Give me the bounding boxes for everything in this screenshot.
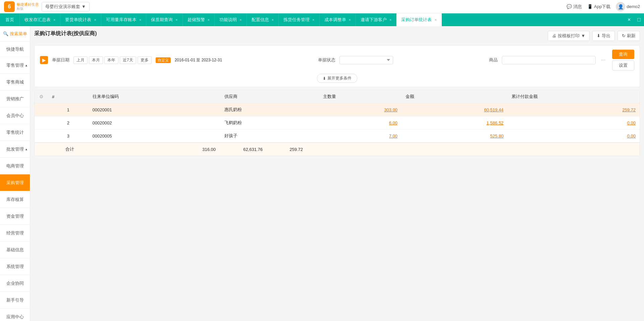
sidebar-item-zijinguanli[interactable]: 资金管理 — [0, 208, 30, 225]
message-icon: 💬 — [567, 4, 572, 9]
tab-close-keyongliang[interactable]: × — [139, 18, 141, 22]
sidebar-item-lingshouguan[interactable]: 零售管理 — [0, 57, 30, 74]
tab-home[interactable]: 首页 — [0, 13, 20, 26]
workspace-selector[interactable]: 母婴行业演示账套 ▼ — [42, 2, 90, 11]
row-amount[interactable]: 525.80 — [401, 129, 507, 143]
quick-nav-button[interactable]: 快捷导航 — [0, 42, 30, 57]
row-amount[interactable]: 60,519.44 — [401, 103, 507, 116]
date-shortcut-7days[interactable]: 近7天 — [120, 56, 136, 64]
row-seq: 3 — [48, 129, 89, 143]
date-shortcut-this-month[interactable]: 本月 — [89, 56, 103, 64]
main-content: 采购订单统计表(按供应商) 🖨 按模板打印 ▼ ⬇ 导出 ↻ 刷新 — [30, 26, 644, 321]
tab-close-baozhi[interactable]: × — [175, 18, 177, 22]
tab-baozhi[interactable]: 保质期查询 × — [146, 13, 182, 26]
sidebar-item-yingxiaotuiguang[interactable]: 营销推广 — [0, 91, 30, 107]
row-paid[interactable]: 0.00 — [507, 129, 640, 143]
refresh-button[interactable]: ↻ 刷新 — [618, 31, 640, 41]
header-actions: 🖨 按模板打印 ▼ ⬇ 导出 ↻ 刷新 — [548, 31, 640, 41]
tab-chengbentiaozhen[interactable]: 成本调整单 × — [320, 13, 356, 26]
gear-icon[interactable]: ⚙ — [39, 94, 44, 99]
row-paid[interactable]: 259.72 — [507, 103, 640, 116]
expand-row: ⬇ 展开更多条件 — [40, 74, 634, 83]
row-qty[interactable]: 7.00 — [319, 129, 401, 143]
tab-yaoqingxiayou[interactable]: 邀请下游客户 × — [356, 13, 396, 26]
tab-close-gongneng[interactable]: × — [239, 18, 241, 22]
row-amount[interactable]: 1,586.52 — [401, 116, 507, 129]
sidebar-item-qiyexietong[interactable]: 企业协同 — [0, 275, 30, 292]
tab-close-caigoutongji[interactable]: × — [434, 18, 436, 22]
chevron-down-icon: ▼ — [82, 4, 86, 9]
sidebar-item-kucunhesuan[interactable]: 库存核算 — [0, 191, 30, 208]
date-shortcuts: 上月 本月 本年 近7天 更多 — [73, 56, 152, 64]
sidebar-item-jingyingguanli[interactable]: 经营管理 — [0, 225, 30, 242]
sidebar-item-lingshangcheng[interactable]: 零售商城 — [0, 74, 30, 91]
goods-filter-label: 商品 — [489, 57, 498, 63]
sidebar-item-huiyuanzhongxin[interactable]: 会员中心 — [0, 107, 30, 124]
goods-filter-input[interactable] — [502, 56, 596, 64]
tab-chaochu[interactable]: 超储预警 × — [183, 13, 215, 26]
tab-paihuorenwu[interactable]: 拣货任务管理 × — [279, 13, 319, 26]
tab-close-shoufafahui[interactable]: × — [53, 18, 55, 22]
tab-close-yaoqingxiayou[interactable]: × — [389, 18, 391, 22]
row-settings — [35, 103, 48, 116]
tab-yaohuodan[interactable]: 要货单统计表 × — [60, 13, 101, 26]
user-avatar[interactable]: 👤 demo2 — [616, 2, 640, 11]
nav-tabs: 首页 收发存汇总表 × 要货单统计表 × 可用量库存账本 × 保质期查询 × 超… — [0, 13, 644, 26]
app-download-button[interactable]: 📱 App下载 — [587, 4, 610, 10]
table-header-code: 往来单位编码 — [89, 90, 221, 103]
sidebar-item-caigouguanli[interactable]: 采购管理 — [0, 174, 30, 191]
sidebar-item-xinshouyindao[interactable]: 新手引导 — [0, 292, 30, 309]
tab-close-peizhi[interactable]: × — [272, 18, 274, 22]
row-qty[interactable]: 6.00 — [319, 116, 401, 129]
tab-maximize-button[interactable]: □ — [634, 13, 644, 26]
expand-more-button[interactable]: ⬇ 展开更多条件 — [317, 74, 357, 83]
search-menu-button[interactable]: 🔍 搜索菜单 — [0, 26, 30, 42]
table-row: 2 00020002 飞鹤奶粉 6.00 1,586.52 0.00 — [35, 116, 640, 129]
tab-close-paihuorenwu[interactable]: × — [312, 18, 314, 22]
row-paid[interactable]: 0.00 — [507, 116, 640, 129]
query-button[interactable]: 查询 — [612, 50, 634, 59]
settings-button[interactable]: 设置 — [612, 60, 634, 70]
date-filter-label: 单据日期 — [52, 57, 69, 63]
filter-toggle-button[interactable]: ▶ — [40, 56, 48, 64]
top-bar: 6 畅捷通好生意 标版 母婴行业演示账套 ▼ 💬 消息 📱 App下载 👤 de… — [0, 0, 644, 13]
tab-caigoutongji[interactable]: 采购订单统计表 × — [396, 13, 441, 26]
tab-close-chaochu[interactable]: × — [208, 18, 210, 22]
date-shortcut-more[interactable]: 更多 — [138, 56, 152, 64]
top-bar-right: 💬 消息 📱 App下载 👤 demo2 — [567, 2, 640, 11]
sidebar-item-lingshoutongji[interactable]: 零售统计 — [0, 124, 30, 141]
tab-shoufafahui[interactable]: 收发存汇总表 × — [20, 13, 60, 26]
date-shortcut-last-month[interactable]: 上月 — [73, 56, 88, 64]
goods-filter-more[interactable]: ··· — [601, 57, 605, 63]
table-footer: 合计 316.00 62,631.76 259.72 — [35, 143, 640, 156]
tab-close-yaohuodan[interactable]: × — [94, 18, 96, 22]
row-seq: 1 — [48, 103, 89, 116]
table-header-qty: 主数量 — [319, 90, 401, 103]
status-filter-label: 单据状态 — [318, 57, 335, 63]
tab-keyongliang[interactable]: 可用量库存账本 × — [101, 13, 146, 26]
row-qty[interactable]: 303.00 — [319, 103, 401, 116]
expand-icon: ⬇ — [323, 76, 326, 81]
sidebar-item-jichu[interactable]: 基础信息 — [0, 242, 30, 258]
status-filter-select[interactable] — [339, 56, 393, 64]
sidebar-item-yingyongzhongxin[interactable]: 应用中心 — [0, 309, 30, 321]
table-header-settings[interactable]: ⚙ — [35, 90, 48, 103]
row-code: 00020002 — [89, 116, 221, 129]
messages-button[interactable]: 💬 消息 — [567, 4, 582, 10]
tab-gongneng[interactable]: 功能说明 × — [215, 13, 247, 26]
sidebar-item-dianshanguanli[interactable]: 电商管理 — [0, 158, 30, 174]
print-button[interactable]: 🖨 按模板打印 ▼ — [548, 31, 590, 41]
tab-close-chengbentiaozhen[interactable]: × — [349, 18, 351, 22]
export-button[interactable]: ⬇ 导出 — [592, 31, 615, 41]
table-header-seq: # — [48, 90, 89, 103]
footer-paid: 259.72 — [267, 147, 307, 152]
tab-peizhi[interactable]: 配置信息 × — [247, 13, 279, 26]
tab-close-all-button[interactable]: × — [624, 13, 634, 26]
avatar: 👤 — [616, 2, 625, 11]
export-icon: ⬇ — [597, 33, 600, 38]
sidebar-item-pifaguanli[interactable]: 批发管理 — [0, 141, 30, 158]
sidebar-item-xitong[interactable]: 系统管理 — [0, 258, 30, 275]
date-shortcut-this-year[interactable]: 本年 — [104, 56, 118, 64]
print-icon: 🖨 — [552, 33, 556, 38]
row-settings — [35, 116, 48, 129]
